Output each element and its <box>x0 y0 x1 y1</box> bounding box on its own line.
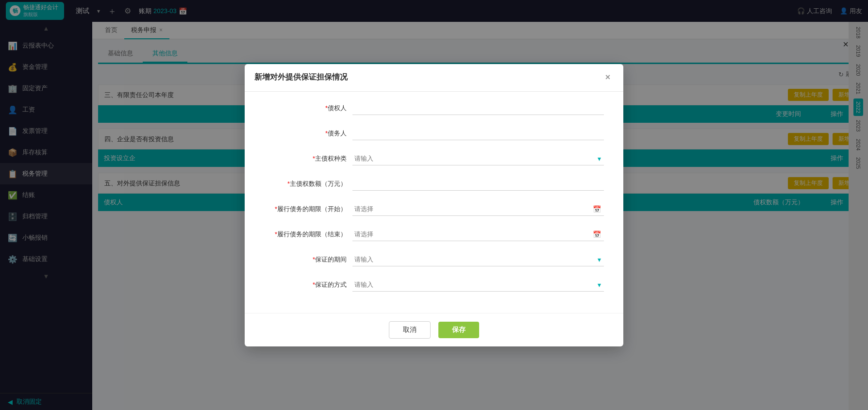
label-debtor: *债务人 <box>264 129 347 138</box>
form-row-debtor: *债务人 <box>264 127 604 140</box>
label-creditor: *债权人 <box>264 104 347 113</box>
save-button[interactable]: 保存 <box>438 322 479 338</box>
input-debtor[interactable] <box>352 127 604 140</box>
modal-footer: 取消 保存 <box>245 313 623 346</box>
input-debt-amount[interactable] <box>352 177 604 191</box>
input-guarantee-period[interactable] <box>352 253 604 266</box>
input-creditor[interactable] <box>352 101 604 115</box>
form-row-debt-type: *主债权种类 ▾ <box>264 152 604 165</box>
label-guarantee-method: *保证的方式 <box>264 280 347 289</box>
modal-header: 新增对外提供保证担保情况 × <box>245 64 623 92</box>
date-wrap-period-start: 📅 <box>352 202 604 216</box>
form-row-guarantee-method: *保证的方式 ▾ <box>264 278 604 292</box>
modal-dialog: 新增对外提供保证担保情况 × *债权人 *债务人 * <box>245 64 623 346</box>
label-debt-amount: *主债权数额（万元） <box>264 180 347 188</box>
select-wrap-guarantee-period: ▾ <box>352 253 604 266</box>
modal-close-button[interactable]: × <box>602 72 614 83</box>
form-row-creditor: *债权人 <box>264 101 604 115</box>
modal-title: 新增对外提供保证担保情况 <box>254 72 348 82</box>
modal-body: *债权人 *债务人 *主债权种类 ▾ <box>245 92 623 313</box>
form-row-debt-amount: *主债权数额（万元） <box>264 177 604 191</box>
select-wrap-guarantee-method: ▾ <box>352 278 604 292</box>
form-row-period-start: *履行债务的期限（开始） 📅 <box>264 202 604 216</box>
label-period-start: *履行债务的期限（开始） <box>264 205 347 213</box>
input-period-end[interactable] <box>352 228 604 241</box>
label-period-end: *履行债务的期限（结束） <box>264 230 347 239</box>
date-wrap-period-end: 📅 <box>352 228 604 241</box>
label-guarantee-period: *保证的期间 <box>264 255 347 264</box>
input-guarantee-method[interactable] <box>352 278 604 292</box>
label-debt-type: *主债权种类 <box>264 154 347 163</box>
cancel-button[interactable]: 取消 <box>389 321 431 339</box>
modal-overlay: 新增对外提供保证担保情况 × *债权人 *债务人 * <box>0 0 868 410</box>
form-row-guarantee-period: *保证的期间 ▾ <box>264 253 604 266</box>
input-period-start[interactable] <box>352 202 604 216</box>
select-wrap-debt-type: ▾ <box>352 152 604 165</box>
form-row-period-end: *履行债务的期限（结束） 📅 <box>264 228 604 241</box>
input-debt-type[interactable] <box>352 152 604 165</box>
